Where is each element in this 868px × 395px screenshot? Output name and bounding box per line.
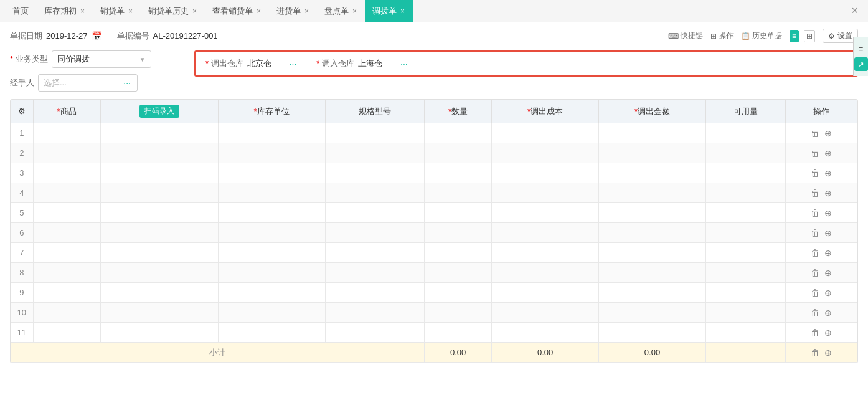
tab-purchase-order[interactable]: 进货单 × xyxy=(269,0,317,22)
row-product[interactable] xyxy=(33,203,100,223)
row-spec xyxy=(325,203,425,223)
table-row: 2 🗑 ⊕ xyxy=(11,143,857,163)
operator-more-btn[interactable]: ··· xyxy=(122,78,132,88)
calendar-icon[interactable]: 📅 xyxy=(92,31,102,41)
warehouse-out-label: * 调出仓库 xyxy=(205,58,243,69)
row-product[interactable] xyxy=(33,283,100,303)
row-product[interactable] xyxy=(33,263,100,283)
close-transfer-order[interactable]: × xyxy=(400,7,405,16)
scan-button[interactable]: 扫码录入 xyxy=(139,105,179,118)
copy-row-btn[interactable]: ⊕ xyxy=(824,328,832,338)
delete-row-btn[interactable]: 🗑 xyxy=(811,248,819,258)
copy-row-btn[interactable]: ⊕ xyxy=(824,148,832,158)
row-transfer-amount xyxy=(599,283,706,303)
row-number: 3 xyxy=(11,163,33,183)
shortcut-btn[interactable]: ⌨ 快捷键 xyxy=(668,31,703,41)
row-product[interactable] xyxy=(33,183,100,203)
row-product[interactable] xyxy=(33,123,100,143)
subtotal-delete-btn[interactable]: 🗑 xyxy=(811,348,819,358)
tab-inventory-init[interactable]: 库存期初 × xyxy=(37,0,93,22)
delete-row-btn[interactable]: 🗑 xyxy=(811,128,819,138)
copy-row-btn[interactable]: ⊕ xyxy=(824,188,832,198)
row-product[interactable] xyxy=(33,223,100,243)
history-btn[interactable]: 📋 历史单据 xyxy=(741,31,782,41)
close-purchase-order[interactable]: × xyxy=(304,7,309,16)
tab-inventory-count[interactable]: 盘点单 × xyxy=(317,0,365,22)
copy-row-btn[interactable]: ⊕ xyxy=(824,208,832,218)
tab-transfer-order[interactable]: 调拨单 × xyxy=(365,0,413,22)
subtotal-quantity: 0.00 xyxy=(425,343,492,363)
copy-row-btn[interactable]: ⊕ xyxy=(824,228,832,238)
copy-row-btn[interactable]: ⊕ xyxy=(824,308,832,318)
form-left: * 业务类型 同价调拨 ▼ 经手人 选择... ··· xyxy=(10,50,184,92)
close-view-sales[interactable]: × xyxy=(257,7,261,16)
delete-row-btn[interactable]: 🗑 xyxy=(811,268,819,278)
row-spec xyxy=(325,123,425,143)
close-sales-order[interactable]: × xyxy=(128,7,133,16)
grid-view-btn[interactable]: ⊞ xyxy=(804,30,815,42)
row-quantity xyxy=(425,303,492,323)
close-inventory-init[interactable]: × xyxy=(80,7,85,16)
operation-btn[interactable]: ⊞ 操作 xyxy=(710,31,734,41)
sidebar-list-icon[interactable]: ≡ xyxy=(855,42,867,55)
warehouse-out-value: 北京仓 xyxy=(247,58,285,69)
list-view-btn[interactable]: ≡ xyxy=(790,30,799,42)
tab-sales-history[interactable]: 销货单历史 × xyxy=(141,0,205,22)
delete-row-btn[interactable]: 🗑 xyxy=(811,188,819,198)
row-actions: 🗑 ⊕ xyxy=(785,183,857,203)
subtotal-label: 小计 xyxy=(11,343,425,363)
row-number: 8 xyxy=(11,263,33,283)
row-product[interactable] xyxy=(33,323,100,343)
table-row: 10 🗑 ⊕ xyxy=(11,303,857,323)
shortcut-icon: ⌨ xyxy=(668,32,679,40)
close-inventory-count[interactable]: × xyxy=(352,7,357,16)
column-product: *商品 xyxy=(33,100,100,123)
date-field: 单据日期 2019-12-27 📅 xyxy=(10,31,102,42)
subtotal-copy-btn[interactable]: ⊕ xyxy=(824,348,832,358)
row-product[interactable] xyxy=(33,143,100,163)
document-header: 单据日期 2019-12-27 📅 单据编号 AL-20191227-001 ⌨… xyxy=(10,29,858,43)
row-stock-unit xyxy=(218,183,325,203)
close-sales-history[interactable]: × xyxy=(192,7,197,16)
row-stock-unit xyxy=(218,203,325,223)
delete-row-btn[interactable]: 🗑 xyxy=(811,308,819,318)
copy-row-btn[interactable]: ⊕ xyxy=(824,248,832,258)
row-quantity xyxy=(425,323,492,343)
row-spec xyxy=(325,243,425,263)
delete-row-btn[interactable]: 🗑 xyxy=(811,228,819,238)
delete-row-btn[interactable]: 🗑 xyxy=(811,168,819,178)
row-available xyxy=(705,203,785,223)
row-scan-entry xyxy=(100,223,218,243)
number-label: 单据编号 xyxy=(117,31,149,42)
operator-select[interactable]: 选择... ··· xyxy=(38,74,138,92)
copy-row-btn[interactable]: ⊕ xyxy=(824,268,832,278)
copy-row-btn[interactable]: ⊕ xyxy=(824,168,832,178)
right-sidebar: ≡ ↗ xyxy=(853,37,868,76)
row-available xyxy=(705,243,785,263)
tab-view-sales[interactable]: 查看销货单 × xyxy=(205,0,269,22)
row-product[interactable] xyxy=(33,163,100,183)
warehouse-out-more-btn[interactable]: ··· xyxy=(288,59,298,69)
row-product[interactable] xyxy=(33,243,100,263)
delete-row-btn[interactable]: 🗑 xyxy=(811,288,819,298)
row-spec xyxy=(325,183,425,203)
column-settings-btn[interactable]: ⚙ xyxy=(11,100,33,123)
delete-row-btn[interactable]: 🗑 xyxy=(811,208,819,218)
row-product[interactable] xyxy=(33,303,100,323)
sidebar-export-icon[interactable]: ↗ xyxy=(854,57,868,71)
row-stock-unit xyxy=(218,223,325,243)
tab-sales-order[interactable]: 销货单 × xyxy=(93,0,141,22)
row-transfer-amount xyxy=(599,143,706,163)
row-stock-unit xyxy=(218,143,325,163)
copy-row-btn[interactable]: ⊕ xyxy=(824,128,832,138)
row-scan-entry xyxy=(100,163,218,183)
tab-bar-close-btn[interactable]: × xyxy=(846,4,863,17)
copy-row-btn[interactable]: ⊕ xyxy=(824,288,832,298)
warehouse-in-more-btn[interactable]: ··· xyxy=(399,59,409,69)
business-type-select[interactable]: 同价调拨 ▼ xyxy=(52,50,151,68)
row-actions: 🗑 ⊕ xyxy=(785,203,857,223)
delete-row-btn[interactable]: 🗑 xyxy=(811,328,819,338)
column-spec: 规格型号 xyxy=(325,100,425,123)
delete-row-btn[interactable]: 🗑 xyxy=(811,148,819,158)
tab-home[interactable]: 首页 xyxy=(5,0,37,22)
